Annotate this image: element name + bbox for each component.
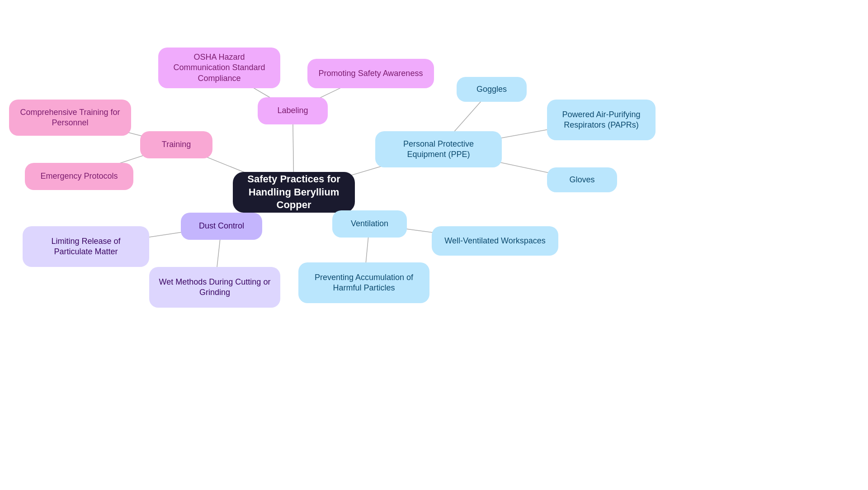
- wet-methods-node: Wet Methods During Cutting or Grinding: [149, 267, 280, 308]
- center-node: Safety Practices for Handling Beryllium …: [233, 172, 355, 213]
- labeling-node: Labeling: [258, 97, 328, 124]
- promoting-safety-node: Promoting Safety Awareness: [307, 59, 434, 88]
- preventing-accumulation-node: Preventing Accumulation of Harmful Parti…: [298, 262, 429, 303]
- paprs-node: Powered Air-Purifying Respirators (PAPRs…: [547, 100, 656, 140]
- osha-node: OSHA Hazard Communication Standard Compl…: [158, 48, 280, 88]
- gloves-node: Gloves: [547, 167, 617, 192]
- ventilation-node: Ventilation: [332, 210, 407, 238]
- comprehensive-training-node: Comprehensive Training for Personnel: [9, 100, 131, 136]
- dust-control-node: Dust Control: [181, 213, 262, 240]
- training-node: Training: [140, 131, 212, 158]
- limiting-release-node: Limiting Release of Particulate Matter: [23, 226, 149, 267]
- well-ventilated-node: Well-Ventilated Workspaces: [432, 226, 558, 256]
- emergency-protocols-node: Emergency Protocols: [25, 163, 133, 190]
- ppe-node: Personal Protective Equipment (PPE): [375, 131, 502, 167]
- goggles-node: Goggles: [457, 77, 527, 102]
